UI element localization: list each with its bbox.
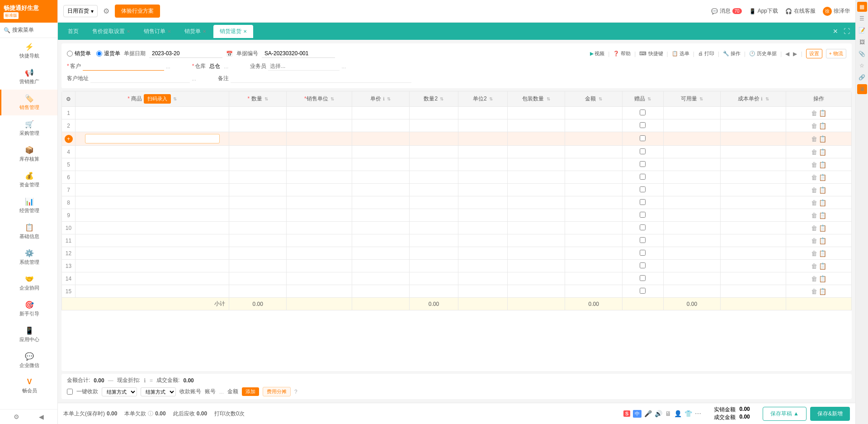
table-row-product[interactable] [75, 171, 229, 184]
table-row-qty2[interactable] [409, 184, 458, 196]
table-row-available[interactable] [663, 247, 721, 260]
table-row-pack-qty[interactable] [507, 260, 565, 272]
table-row-available[interactable] [663, 184, 721, 196]
sidebar-item-sales-mgmt[interactable]: 🏷️ 销售管理 [0, 90, 57, 115]
gift-checkbox[interactable] [640, 237, 646, 243]
table-row-unit-price[interactable] [352, 222, 409, 234]
warehouse-dots[interactable]: ... [224, 63, 228, 70]
table-row-qty[interactable] [229, 196, 287, 209]
table-row-available[interactable] [663, 146, 721, 158]
gift-checkbox[interactable] [640, 174, 646, 180]
table-row-cost-price[interactable] [721, 107, 786, 119]
table-row-available[interactable] [663, 209, 721, 222]
th-settings[interactable]: ⚙ [62, 91, 75, 107]
delete-icon[interactable]: 🗑 [811, 237, 817, 244]
table-row-pack-qty[interactable] [507, 222, 565, 234]
delete-icon[interactable]: 🗑 [811, 148, 817, 156]
table-row-unit2[interactable] [458, 260, 508, 272]
table-row-amount[interactable] [565, 247, 623, 260]
table-row-gift[interactable] [623, 132, 664, 146]
table-row-qty[interactable] [229, 285, 287, 298]
table-row-qty[interactable] [229, 119, 287, 132]
copy-icon[interactable]: 📋 [819, 237, 826, 244]
gift-checkbox[interactable] [640, 122, 646, 128]
table-row-sale-unit[interactable] [287, 132, 352, 146]
table-row-gift[interactable] [623, 184, 664, 196]
gift-checkbox[interactable] [640, 250, 646, 256]
table-row-amount[interactable] [565, 272, 623, 285]
sort-icon[interactable]: ⇅ [489, 96, 493, 101]
tab-close-icon[interactable]: ✕ [127, 29, 130, 34]
table-row-sale-unit[interactable] [287, 171, 352, 184]
sidebar-item-enterprise-wechat[interactable]: 💬 企业微信 [0, 348, 57, 373]
table-row-qty[interactable] [229, 171, 287, 184]
table-row-unit-price[interactable] [352, 132, 409, 146]
table-row-amount[interactable] [565, 260, 623, 272]
table-row-product[interactable] [75, 132, 229, 146]
table-row-qty2[interactable] [409, 209, 458, 222]
sidebar-item-quick-nav[interactable]: ⚡ 快捷导航 [0, 38, 57, 64]
table-row-gift[interactable] [623, 171, 664, 184]
table-row-cost-price[interactable] [721, 184, 786, 196]
table-row-qty[interactable] [229, 107, 287, 119]
copy-icon[interactable]: 📋 [819, 250, 826, 257]
set-btn[interactable]: 设置 [806, 49, 822, 58]
gift-checkbox[interactable] [640, 148, 646, 154]
table-row-unit2[interactable] [458, 158, 508, 171]
table-row-amount[interactable] [565, 209, 623, 222]
next-doc-icon[interactable]: ▶ [793, 51, 797, 57]
search-menu[interactable]: 🔍 搜索菜单 [0, 23, 57, 38]
calc-select[interactable]: 结算方式 [141, 387, 176, 396]
table-row-unit2[interactable] [458, 272, 508, 285]
table-row-unit-price[interactable] [352, 184, 409, 196]
user-avatar[interactable]: 徐 徐泽华 [823, 7, 850, 16]
table-row-unit2[interactable] [458, 234, 508, 247]
gift-checkbox[interactable] [640, 110, 646, 115]
copy-icon[interactable]: 📋 [819, 212, 826, 219]
image-icon[interactable]: 🖼 [857, 37, 867, 47]
sort-icon[interactable]: ⇅ [547, 96, 550, 101]
table-row-unit2[interactable] [458, 247, 508, 260]
table-row-unit-price[interactable] [352, 119, 409, 132]
copy-icon[interactable]: 📋 [819, 110, 826, 117]
table-row-qty2[interactable] [409, 158, 458, 171]
delete-icon[interactable]: 🗑 [811, 174, 817, 181]
table-row-gift[interactable] [623, 209, 664, 222]
table-row-unit2[interactable] [458, 222, 508, 234]
discount-info-icon[interactable]: ℹ [144, 377, 146, 384]
copy-icon[interactable]: 📋 [819, 135, 826, 143]
delete-icon[interactable]: 🗑 [811, 224, 817, 232]
table-row-product[interactable] [75, 184, 229, 196]
sidebar-item-basic-info[interactable]: 📋 基础信息 [0, 219, 57, 244]
gift-checkbox[interactable] [640, 135, 646, 141]
table-row-pack-qty[interactable] [507, 119, 565, 132]
table-row-gift[interactable] [623, 272, 664, 285]
sidebar-item-members[interactable]: V 畅会员 [0, 373, 57, 399]
gift-checkbox[interactable] [640, 199, 646, 205]
table-row-unit-price[interactable] [352, 285, 409, 298]
table-row-available[interactable] [663, 234, 721, 247]
table-row-sale-unit[interactable] [287, 184, 352, 196]
table-row-pack-qty[interactable] [507, 171, 565, 184]
sidebar-item-app-center[interactable]: 📱 应用中心 [0, 322, 57, 348]
table-row-cost-price[interactable] [721, 285, 786, 298]
table-row-unit2[interactable] [458, 132, 508, 146]
gift-checkbox[interactable] [640, 288, 646, 294]
table-row-sale-unit[interactable] [287, 209, 352, 222]
table-row-qty2[interactable] [409, 285, 458, 298]
table-row-pack-qty[interactable] [507, 247, 565, 260]
delete-icon[interactable]: 🗑 [811, 161, 817, 168]
table-row-qty[interactable] [229, 132, 287, 146]
table-row-available[interactable] [663, 285, 721, 298]
table-row-sale-unit[interactable] [287, 222, 352, 234]
radio-return-input[interactable] [96, 51, 102, 57]
agent-input[interactable] [268, 62, 340, 71]
customer-dots[interactable]: ... [166, 63, 170, 70]
table-row-qty2[interactable] [409, 146, 458, 158]
table-row-gift[interactable] [623, 247, 664, 260]
table-row-available[interactable] [663, 132, 721, 146]
account-dots[interactable]: ... [219, 389, 224, 395]
address-input[interactable] [90, 74, 190, 83]
sidebar-item-finance[interactable]: 💰 资金管理 [0, 167, 57, 193]
table-row-qty[interactable] [229, 234, 287, 247]
